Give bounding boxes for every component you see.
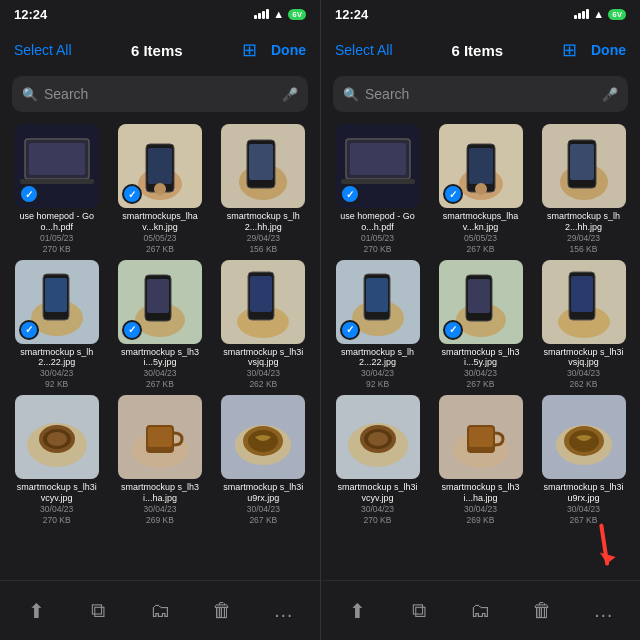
selection-check-badge: ✓ bbox=[122, 184, 142, 204]
bottom-toolbar: ⬆⧉🗂🗑… bbox=[321, 580, 640, 640]
wifi-icon: ▲ bbox=[593, 8, 604, 20]
toolbar-share-button[interactable]: ⬆ bbox=[17, 591, 57, 631]
file-thumbnail: ✓ bbox=[336, 124, 420, 208]
file-item[interactable]: ✓smartmockup s_lh3i...5y.jpg30/04/23267 … bbox=[111, 260, 208, 390]
toolbar-folder-button[interactable]: 🗂 bbox=[460, 591, 500, 631]
toolbar-more-button[interactable]: … bbox=[583, 591, 623, 631]
grid-view-icon[interactable]: ⊞ bbox=[562, 39, 577, 61]
file-date-label: 30/04/23 bbox=[247, 368, 280, 379]
file-size-label: 92 KB bbox=[45, 379, 68, 389]
search-bar[interactable]: 🔍 Search 🎤 bbox=[12, 76, 308, 112]
done-button[interactable]: Done bbox=[591, 42, 626, 58]
selection-check-badge: ✓ bbox=[122, 320, 142, 340]
svg-rect-16 bbox=[45, 278, 67, 312]
svg-point-29 bbox=[47, 432, 67, 446]
file-name-label: smartmockup s_lh3i...ha.jpg bbox=[439, 482, 523, 504]
top-right-actions: ⊞ Done bbox=[562, 39, 626, 61]
file-item[interactable]: smartmockup s_lh2...hh.jpg29/04/23156 KB bbox=[535, 124, 632, 254]
file-name-label: smartmockup s_lh3ivsjq.jpg bbox=[542, 347, 626, 369]
file-name-label: smartmockup s_lh3ivcyv.jpg bbox=[336, 482, 420, 504]
file-size-label: 269 KB bbox=[467, 515, 495, 525]
file-name-label: smartmockup s_lh2...hh.jpg bbox=[221, 211, 305, 233]
toolbar-share-button[interactable]: ⬆ bbox=[338, 591, 378, 631]
file-date-label: 30/04/23 bbox=[567, 368, 600, 379]
file-grid: ✓use homepod - Goo...h.pdf01/05/23270 KB… bbox=[321, 120, 640, 580]
search-icon: 🔍 bbox=[343, 87, 359, 102]
mic-icon[interactable]: 🎤 bbox=[282, 87, 298, 102]
toolbar-copy-button[interactable]: ⧉ bbox=[78, 591, 118, 631]
file-item[interactable]: ✓use homepod - Goo...h.pdf01/05/23270 KB bbox=[8, 124, 105, 254]
file-item[interactable]: ✓use homepod - Goo...h.pdf01/05/23270 KB bbox=[329, 124, 426, 254]
status-time: 12:24 bbox=[335, 7, 368, 22]
file-item[interactable]: ✓smartmockup s_lh2...22.jpg30/04/2392 KB bbox=[8, 260, 105, 390]
file-item[interactable]: ✓smartmockup s_lh3i...5y.jpg30/04/23267 … bbox=[432, 260, 529, 390]
status-bar: 12:24 ▲ 6V bbox=[321, 0, 640, 28]
search-bar[interactable]: 🔍 Search 🎤 bbox=[333, 76, 628, 112]
file-size-label: 156 KB bbox=[249, 244, 277, 254]
file-item[interactable]: ✓smartmockups_lhav...kn.jpg05/05/23267 K… bbox=[432, 124, 529, 254]
select-all-button[interactable]: Select All bbox=[14, 42, 72, 58]
file-item[interactable]: smartmockup s_lh3ivcyv.jpg30/04/23270 KB bbox=[8, 395, 105, 525]
file-size-label: 262 KB bbox=[249, 379, 277, 389]
svg-rect-45 bbox=[469, 148, 493, 184]
file-name-label: smartmockup s_lh3iu9rx.jpg bbox=[221, 482, 305, 504]
file-item[interactable]: smartmockup s_lh3ivsjq.jpg30/04/23262 KB bbox=[535, 260, 632, 390]
file-name-label: smartmockup s_lh3ivcyv.jpg bbox=[15, 482, 99, 504]
file-name-label: smartmockup s_lh3i...5y.jpg bbox=[439, 347, 523, 369]
file-thumbnail bbox=[336, 395, 420, 479]
toolbar-folder-button[interactable]: 🗂 bbox=[140, 591, 180, 631]
file-date-label: 05/05/23 bbox=[143, 233, 176, 244]
file-thumbnail: ✓ bbox=[336, 260, 420, 344]
file-thumbnail: ✓ bbox=[15, 124, 99, 208]
file-size-label: 270 KB bbox=[43, 515, 71, 525]
file-thumbnail: ✓ bbox=[439, 260, 523, 344]
file-item[interactable]: ✓smartmockups_lhav...kn.jpg05/05/23267 K… bbox=[111, 124, 208, 254]
panel-right: 12:24 ▲ 6V Select All 6 Items ⊞ Done 🔍 S… bbox=[320, 0, 640, 640]
search-placeholder: Search bbox=[365, 86, 596, 102]
toolbar-copy-button[interactable]: ⧉ bbox=[399, 591, 439, 631]
file-item[interactable]: smartmockup s_lh3i...ha.jpg30/04/23269 K… bbox=[432, 395, 529, 525]
file-size-label: 267 KB bbox=[467, 244, 495, 254]
svg-point-8 bbox=[154, 183, 166, 195]
svg-rect-71 bbox=[469, 427, 493, 447]
file-name-label: smartmockup s_lh2...22.jpg bbox=[336, 347, 420, 369]
file-thumbnail bbox=[542, 395, 626, 479]
file-item[interactable]: smartmockup s_lh3iu9rx.jpg30/04/23267 KB bbox=[535, 395, 632, 525]
status-icons: ▲ 6V bbox=[254, 8, 306, 20]
wifi-icon: ▲ bbox=[273, 8, 284, 20]
file-thumbnail bbox=[221, 395, 305, 479]
file-name-label: use homepod - Goo...h.pdf bbox=[336, 211, 420, 233]
svg-rect-12 bbox=[249, 144, 273, 180]
file-thumbnail bbox=[118, 395, 202, 479]
file-item[interactable]: smartmockup s_lh2...hh.jpg29/04/23156 KB bbox=[215, 124, 312, 254]
select-all-button[interactable]: Select All bbox=[335, 42, 393, 58]
file-date-label: 30/04/23 bbox=[464, 504, 497, 515]
mic-icon[interactable]: 🎤 bbox=[602, 87, 618, 102]
network-badge: 6V bbox=[288, 9, 306, 20]
search-placeholder: Search bbox=[44, 86, 276, 102]
file-item[interactable]: smartmockup s_lh3i...ha.jpg30/04/23269 K… bbox=[111, 395, 208, 525]
done-button[interactable]: Done bbox=[271, 42, 306, 58]
svg-rect-2 bbox=[29, 143, 85, 175]
file-name-label: smartmockup s_lh2...22.jpg bbox=[15, 347, 99, 369]
file-size-label: 262 KB bbox=[570, 379, 598, 389]
file-item[interactable]: smartmockup s_lh3iu9rx.jpg30/04/23267 KB bbox=[215, 395, 312, 525]
file-date-label: 30/04/23 bbox=[143, 504, 176, 515]
selection-check-badge: ✓ bbox=[340, 184, 360, 204]
file-size-label: 270 KB bbox=[364, 244, 392, 254]
toolbar-trash-button[interactable]: 🗑 bbox=[522, 591, 562, 631]
svg-point-46 bbox=[475, 183, 487, 195]
file-thumbnail: ✓ bbox=[439, 124, 523, 208]
toolbar-trash-button[interactable]: 🗑 bbox=[202, 591, 242, 631]
file-item[interactable]: smartmockup s_lh3ivsjq.jpg30/04/23262 KB bbox=[215, 260, 312, 390]
file-item[interactable]: ✓smartmockup s_lh2...22.jpg30/04/2392 KB bbox=[329, 260, 426, 390]
search-icon: 🔍 bbox=[22, 87, 38, 102]
toolbar-more-button[interactable]: … bbox=[263, 591, 303, 631]
items-count-label: 6 Items bbox=[131, 42, 183, 59]
file-name-label: smartmockup s_lh2...hh.jpg bbox=[542, 211, 626, 233]
grid-view-icon[interactable]: ⊞ bbox=[242, 39, 257, 61]
file-thumbnail bbox=[221, 124, 305, 208]
file-item[interactable]: smartmockup s_lh3ivcyv.jpg30/04/23270 KB bbox=[329, 395, 426, 525]
svg-rect-50 bbox=[570, 144, 594, 180]
file-name-label: smartmockup s_lh3i...ha.jpg bbox=[118, 482, 202, 504]
